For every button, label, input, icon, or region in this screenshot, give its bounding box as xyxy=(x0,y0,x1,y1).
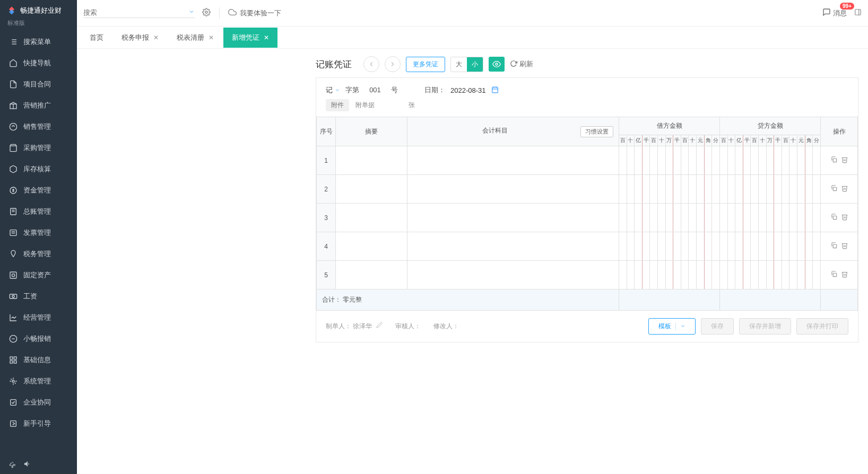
sidebar-item-12[interactable]: 工资 xyxy=(0,286,77,307)
amount-digit[interactable] xyxy=(766,261,774,289)
summary-cell[interactable] xyxy=(336,175,407,204)
attach-pill[interactable]: 附件 xyxy=(326,99,349,111)
amount-digit[interactable] xyxy=(635,261,643,289)
amount-digit[interactable] xyxy=(642,204,650,232)
amount-digit[interactable] xyxy=(619,261,627,289)
amount-digit[interactable] xyxy=(789,146,797,175)
amount-digit[interactable] xyxy=(797,204,805,232)
amount-digit[interactable] xyxy=(627,261,635,289)
copy-icon[interactable] xyxy=(830,157,838,165)
size-small-option[interactable]: 小 xyxy=(467,57,483,72)
amount-digit[interactable] xyxy=(759,261,767,289)
amount-digit[interactable] xyxy=(797,232,805,261)
chevron-down-icon[interactable] xyxy=(188,8,195,16)
sidebar-item-4[interactable]: 销售管理 xyxy=(0,116,77,137)
close-icon[interactable]: ✕ xyxy=(264,34,269,41)
amount-digit[interactable] xyxy=(805,204,813,232)
amount-digit[interactable] xyxy=(805,261,813,289)
amount-digit[interactable] xyxy=(642,232,650,261)
sidebar-item-18[interactable]: 新手引导 xyxy=(0,413,77,434)
amount-digit[interactable] xyxy=(712,261,720,289)
amount-digit[interactable] xyxy=(774,232,782,261)
close-icon[interactable]: ✕ xyxy=(209,34,214,41)
amount-digit[interactable] xyxy=(697,175,705,204)
close-icon[interactable]: ✕ xyxy=(153,34,159,41)
amount-digit[interactable] xyxy=(642,175,650,204)
copy-icon[interactable] xyxy=(830,215,838,222)
amount-digit[interactable] xyxy=(813,204,821,232)
amount-digit[interactable] xyxy=(720,175,728,204)
voucher-number[interactable]: 001 xyxy=(364,86,386,94)
amount-digit[interactable] xyxy=(813,146,821,175)
amount-digit[interactable] xyxy=(782,175,789,204)
amount-digit[interactable] xyxy=(689,175,697,204)
amount-digit[interactable] xyxy=(673,261,681,289)
amount-digit[interactable] xyxy=(712,175,720,204)
sidebar-item-6[interactable]: 库存核算 xyxy=(0,159,77,180)
amount-digit[interactable] xyxy=(619,204,627,232)
amount-digit[interactable] xyxy=(789,175,797,204)
sidebar-item-13[interactable]: 经营管理 xyxy=(0,307,77,328)
amount-digit[interactable] xyxy=(665,232,673,261)
amount-digit[interactable] xyxy=(689,261,697,289)
amount-digit[interactable] xyxy=(673,232,681,261)
amount-digit[interactable] xyxy=(759,204,767,232)
tab-2[interactable]: 税表清册✕ xyxy=(168,28,222,48)
amount-digit[interactable] xyxy=(627,232,635,261)
amount-digit[interactable] xyxy=(727,146,735,175)
summary-input[interactable] xyxy=(336,147,407,172)
amount-digit[interactable] xyxy=(712,146,720,175)
refresh-button[interactable]: 刷新 xyxy=(510,59,533,69)
amount-digit[interactable] xyxy=(697,204,705,232)
delete-icon[interactable] xyxy=(841,157,848,165)
amount-digit[interactable] xyxy=(797,146,805,175)
amount-digit[interactable] xyxy=(658,175,666,204)
amount-digit[interactable] xyxy=(658,204,666,232)
amount-digit[interactable] xyxy=(751,204,759,232)
delete-icon[interactable] xyxy=(841,215,848,222)
side-panel-icon[interactable] xyxy=(854,8,862,18)
amount-digit[interactable] xyxy=(720,204,728,232)
sidebar-item-3[interactable]: 营销推广 xyxy=(0,95,77,116)
amount-digit[interactable] xyxy=(712,232,720,261)
delete-icon[interactable] xyxy=(841,186,848,194)
amount-digit[interactable] xyxy=(805,175,813,204)
amount-digit[interactable] xyxy=(665,146,673,175)
amount-digit[interactable] xyxy=(789,204,797,232)
amount-digit[interactable] xyxy=(704,232,712,261)
sidebar-item-15[interactable]: 基础信息 xyxy=(0,349,77,371)
amount-digit[interactable] xyxy=(673,204,681,232)
sidebar-item-0[interactable]: 搜索菜单 xyxy=(0,31,77,52)
summary-cell[interactable] xyxy=(336,261,407,289)
sidebar-item-2[interactable]: 项目合同 xyxy=(0,74,77,95)
amount-digit[interactable] xyxy=(759,175,767,204)
amount-digit[interactable] xyxy=(658,146,666,175)
sidebar-item-8[interactable]: 总账管理 xyxy=(0,201,77,222)
amount-digit[interactable] xyxy=(813,261,821,289)
tab-3[interactable]: 新增凭证✕ xyxy=(223,28,277,48)
amount-digit[interactable] xyxy=(743,232,751,261)
save-button[interactable]: 保存 xyxy=(701,318,734,335)
amount-digit[interactable] xyxy=(658,232,666,261)
prev-voucher-button[interactable] xyxy=(363,56,379,72)
summary-cell[interactable] xyxy=(336,146,407,175)
amount-digit[interactable] xyxy=(735,232,743,261)
amount-digit[interactable] xyxy=(689,146,697,175)
amount-digit[interactable] xyxy=(627,175,635,204)
summary-cell[interactable] xyxy=(336,232,407,261)
voucher-type-select[interactable]: 记 xyxy=(326,85,340,95)
amount-digit[interactable] xyxy=(619,146,627,175)
amount-digit[interactable] xyxy=(774,261,782,289)
sidebar-item-17[interactable]: 企业协同 xyxy=(0,392,77,413)
delete-icon[interactable] xyxy=(841,272,848,279)
amount-digit[interactable] xyxy=(681,232,689,261)
amount-digit[interactable] xyxy=(635,146,643,175)
amount-digit[interactable] xyxy=(704,146,712,175)
amount-digit[interactable] xyxy=(751,261,759,289)
amount-digit[interactable] xyxy=(735,146,743,175)
search-input[interactable] xyxy=(83,8,184,16)
experience-link[interactable]: 我要体验一下 xyxy=(228,8,281,18)
amount-digit[interactable] xyxy=(813,175,821,204)
amount-digit[interactable] xyxy=(774,146,782,175)
amount-digit[interactable] xyxy=(743,175,751,204)
